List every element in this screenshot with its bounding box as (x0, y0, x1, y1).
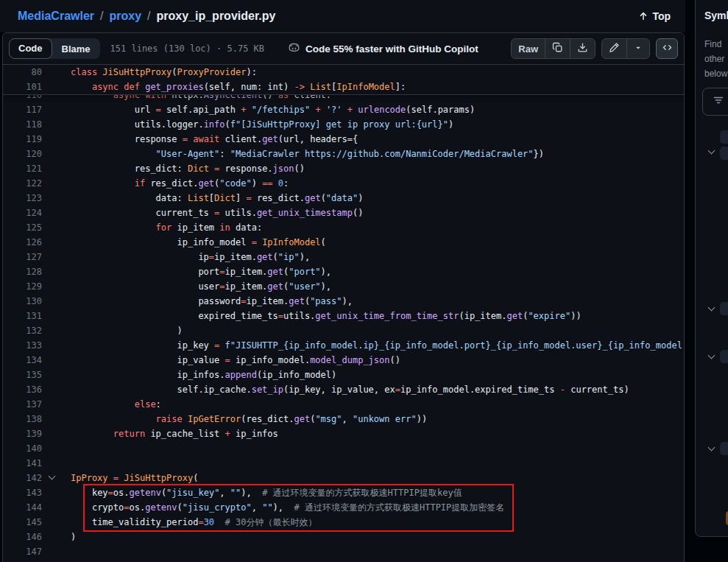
code-line-text: ) (71, 530, 76, 544)
code-line-text: for ip_item in data: (71, 220, 262, 235)
code-line-text: data: List[Dict] = res_dict.get("data") (71, 191, 363, 206)
code-row: 138 raise IpGetError(res_dict.get("msg",… (3, 412, 684, 426)
line-number[interactable]: 145 (3, 515, 42, 530)
copilot-icon (288, 41, 300, 56)
chevron-down-icon[interactable] (708, 304, 715, 312)
line-number[interactable]: 118 (3, 117, 42, 132)
line-number[interactable]: 129 (3, 279, 42, 294)
line-number[interactable]: 117 (3, 102, 42, 117)
line-number[interactable]: 132 (3, 323, 42, 338)
line-number[interactable]: 147 (3, 544, 42, 559)
copilot-banner[interactable]: Code 55% faster with GitHub Copilot (288, 41, 478, 56)
symbol-badge[interactable] (720, 350, 728, 363)
line-number[interactable]: 134 (3, 353, 42, 368)
chevron-down-icon[interactable] (708, 352, 715, 359)
chevron-down-icon (634, 43, 643, 55)
symbols-toggle-button[interactable] (656, 38, 678, 59)
code-row: 121 res_dict: Dict = response.json() (3, 161, 684, 176)
breadcrumb-file-name: proxy_ip_provider.py (157, 10, 276, 23)
code-row: 128 port=ip_item.get("port"), (3, 264, 684, 279)
symbols-description: Find other below (704, 37, 728, 81)
line-number[interactable]: 140 (3, 441, 42, 456)
code-row: 144 crypto=os.getenv("jisu_crypto", ""),… (3, 500, 684, 515)
line-number[interactable]: 144 (3, 500, 42, 515)
breadcrumb-folder-link[interactable]: proxy (110, 10, 142, 23)
code-line-text: port=ip_item.get("port"), (71, 264, 331, 279)
edit-actions-group (601, 38, 650, 59)
code-row: 130 password=ip_item.get("pass"), (3, 294, 684, 309)
tab-code[interactable]: Code (9, 38, 52, 59)
code-line-text: utils.logger.info(f"[JiSuHttpProxy] get … (71, 117, 453, 132)
raw-actions-group: Raw (511, 38, 596, 59)
code-line-text: ip_info_model = IpInfoModel( (71, 235, 326, 250)
line-number[interactable]: 121 (3, 161, 42, 176)
edit-dropdown-button[interactable] (626, 39, 649, 58)
breadcrumb-bar: MediaCrawler / proxy / proxy_ip_provider… (0, 0, 685, 32)
line-number[interactable]: 120 (3, 147, 42, 161)
symbols-description-line: Find (704, 37, 728, 52)
line-number[interactable]: 146 (3, 530, 42, 544)
symbol-badge[interactable] (720, 302, 728, 315)
code-row: 118 utils.logger.info(f"[JiSuHttpProxy] … (3, 117, 684, 132)
download-icon (577, 42, 588, 55)
line-number[interactable]: 122 (3, 176, 42, 191)
breadcrumb-repo-link[interactable]: MediaCrawler (18, 10, 94, 23)
line-number[interactable]: 119 (3, 132, 42, 147)
code-row: 129 user=ip_item.get("user"), (3, 279, 684, 294)
download-button[interactable] (570, 39, 595, 58)
line-number[interactable]: 123 (3, 191, 42, 206)
code-line-text: self.ip_cache.set_ip(ip_key, ip_value, e… (71, 382, 629, 397)
symbol-badge[interactable] (720, 442, 728, 455)
code-row: 137 else: (3, 397, 684, 412)
page: { "colors": { "page_bg": "#010409", "pan… (0, 0, 728, 562)
line-number[interactable]: 143 (3, 485, 42, 500)
code-line-text: response = await client.get(url, headers… (71, 132, 358, 147)
code-row: 133 ip_key = f"JISUHTTP_{ip_info_model.i… (3, 338, 684, 353)
chevron-down-icon[interactable] (49, 473, 56, 480)
symbol-badge[interactable] (720, 147, 728, 160)
raw-button[interactable]: Raw (512, 39, 545, 58)
symbols-description-line: below (704, 66, 728, 81)
line-number[interactable]: 142 (3, 471, 42, 485)
code-row: 132 ) (3, 323, 684, 338)
chevron-down-icon[interactable] (708, 147, 715, 155)
line-number[interactable]: 80 (3, 65, 42, 80)
line-number[interactable]: 136 (3, 382, 42, 397)
line-number[interactable]: 127 (3, 250, 42, 264)
symbol-badge[interactable] (720, 130, 728, 144)
code-row: 140 (3, 441, 684, 456)
line-number[interactable]: 124 (3, 206, 42, 220)
pencil-icon (609, 42, 620, 55)
code-row: 117 url = self.api_path + "/fetchips" + … (3, 102, 684, 117)
line-number[interactable]: 125 (3, 220, 42, 235)
line-number[interactable]: 130 (3, 294, 42, 309)
line-number[interactable]: 138 (3, 412, 42, 426)
line-number[interactable]: 139 (3, 426, 42, 441)
code-row: 135 ip_infos.append(ip_info_model) (3, 368, 684, 382)
symbols-description-line: other (704, 52, 728, 66)
code-line-text: return ip_cache_list + ip_infos (71, 426, 278, 441)
code-blame-switch: Code Blame (9, 38, 100, 59)
line-number[interactable]: 141 (3, 456, 42, 471)
top-button-label: Top (652, 10, 671, 22)
tab-blame[interactable]: Blame (52, 38, 100, 59)
back-to-top-button[interactable]: Top (635, 9, 674, 24)
chevron-down-icon[interactable] (708, 444, 715, 452)
code-row: 142IpProxy = JiSuHttpProxy( (3, 471, 684, 485)
line-number[interactable]: 128 (3, 264, 42, 279)
line-number[interactable]: 133 (3, 338, 42, 353)
breadcrumb: MediaCrawler / proxy / proxy_ip_provider… (18, 10, 275, 23)
line-number[interactable]: 137 (3, 397, 42, 412)
symbols-filter-button[interactable] (702, 88, 728, 116)
line-number[interactable]: 101 (3, 80, 42, 94)
code-row: 125 for ip_item in data: (3, 220, 684, 235)
code-viewport: 116 async with httpx.AsyncClient() as cl… (3, 65, 684, 562)
line-number[interactable]: 135 (3, 368, 42, 382)
edit-button[interactable] (602, 39, 626, 58)
line-number[interactable]: 126 (3, 235, 42, 250)
copy-button[interactable] (545, 39, 570, 58)
code-line-text: ip_value = ip_info_model.model_dump_json… (71, 353, 400, 368)
line-number[interactable]: 131 (3, 309, 42, 323)
code-row: 120 "User-Agent": "MediaCrawler https://… (3, 147, 684, 161)
code-brackets-icon (662, 42, 673, 56)
